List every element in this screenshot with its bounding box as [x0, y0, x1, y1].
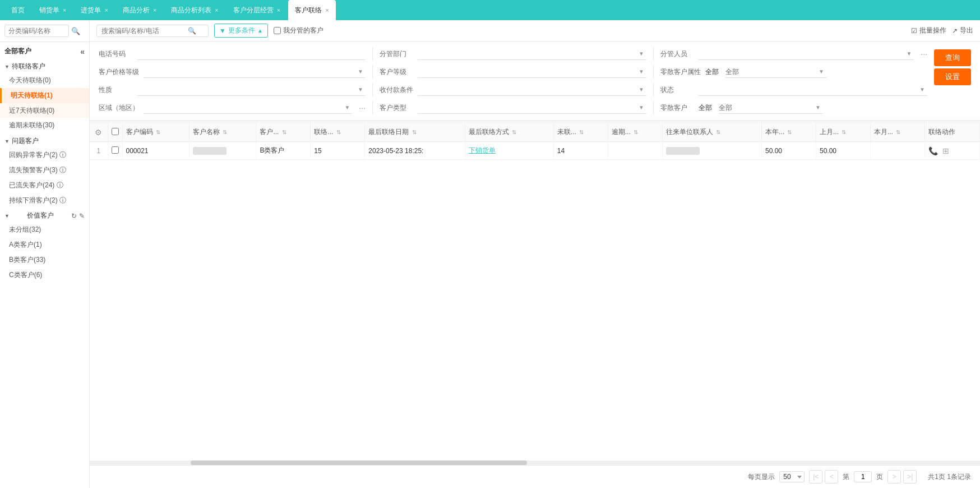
filter-manager-select[interactable]: [699, 48, 914, 59]
sidebar-group-pending[interactable]: 待联络客户: [0, 58, 89, 73]
action-grid-icon[interactable]: ⊞: [942, 146, 949, 155]
last-method-link[interactable]: 下销货单: [469, 146, 496, 154]
filter-dept: 分管部门 ▼: [380, 48, 646, 60]
nav-customer-tier[interactable]: 客户分层经营 ×: [226, 0, 287, 20]
per-page-select[interactable]: 50 100 200: [779, 471, 805, 482]
sidebar-item-tomorrow-pending[interactable]: 明天待联络(1): [0, 88, 89, 103]
value-customer-edit-icon[interactable]: ✎: [79, 212, 85, 220]
close-product-list-icon[interactable]: ×: [215, 7, 218, 13]
sidebar-group-value[interactable]: 价值客户 ↻ ✎: [0, 208, 89, 222]
sidebar-item-class-b[interactable]: B类客户(33): [0, 252, 89, 268]
export-btn[interactable]: ↗ 导出: [952, 26, 973, 35]
filter-region-select[interactable]: [144, 102, 352, 113]
sort-contact-person-icon[interactable]: ⇅: [716, 129, 720, 135]
col-last-method: 最后联络方式 ⇅: [465, 123, 553, 142]
sort-uncontacted-icon[interactable]: ⇅: [579, 129, 584, 135]
sort-last-date-icon[interactable]: ⇅: [412, 129, 417, 135]
nav-sales-order[interactable]: 销货单 ×: [33, 0, 73, 20]
sort-code-icon[interactable]: ⇅: [156, 129, 160, 135]
nav-product-analysis[interactable]: 商品分析 ×: [116, 0, 163, 20]
filter-more-arrow: ▲: [257, 27, 263, 34]
query-button[interactable]: 查询: [934, 49, 971, 66]
filter-buttons-area: 查询 设置: [934, 47, 971, 114]
filter-search-icon[interactable]: 🔍: [188, 27, 196, 35]
close-customer-contact-icon[interactable]: ×: [325, 7, 329, 13]
close-purchase-order-icon[interactable]: ×: [104, 7, 108, 13]
col-uncontacted: 未联... ⇅: [553, 123, 608, 142]
sidebar-item-churn-warning[interactable]: 流失预警客户(3) ⓘ: [0, 163, 89, 178]
col-this-year: 本年... ⇅: [762, 123, 816, 142]
col-overdue: 逾期... ⇅: [608, 123, 662, 142]
last-page-btn[interactable]: >|: [903, 470, 917, 484]
sidebar-all-customers-header[interactable]: 全部客户 «: [0, 42, 89, 58]
page-number-input[interactable]: [854, 471, 872, 482]
mine-checkbox-input[interactable]: [274, 27, 281, 34]
filter-mine-checkbox[interactable]: 我分管的客户: [274, 26, 323, 35]
close-product-analysis-icon[interactable]: ×: [153, 7, 156, 13]
sort-type-icon[interactable]: ⇅: [282, 129, 286, 135]
first-page-btn[interactable]: |<: [809, 470, 822, 484]
sort-last-month-icon[interactable]: ⇅: [842, 129, 846, 135]
select-all-checkbox[interactable]: [112, 128, 119, 135]
advanced-filter-content: 电话号码 分管部门 ▼ 分管人员: [99, 47, 971, 114]
row-name: [189, 142, 256, 160]
sort-overdue-icon[interactable]: ⇅: [634, 129, 638, 135]
prev-page-btn[interactable]: <: [825, 470, 838, 484]
next-page-btn[interactable]: >: [887, 470, 901, 484]
horizontal-scrollbar[interactable]: [90, 461, 980, 465]
batch-op-btn[interactable]: ☑ 批量操作: [911, 26, 946, 35]
filter-customer-type-select[interactable]: [418, 102, 646, 113]
sort-name-icon[interactable]: ⇅: [223, 129, 227, 135]
sidebar-item-declining[interactable]: 持续下滑客户(2) ⓘ: [0, 193, 89, 208]
sidebar-search-icon[interactable]: 🔍: [71, 27, 80, 35]
filter-retail-attr-select[interactable]: 全部: [725, 66, 826, 77]
sidebar-item-today-pending[interactable]: 今天待联络(0): [0, 73, 89, 88]
filter-more-btn[interactable]: ▼ 更多条件 ▲: [214, 24, 268, 38]
close-sales-order-icon[interactable]: ×: [63, 7, 66, 13]
filter-customer-level-select[interactable]: [418, 66, 646, 77]
row-checkbox[interactable]: [112, 146, 119, 154]
sidebar-item-class-a[interactable]: A类客户(1): [0, 237, 89, 252]
nav-product-analysis-list[interactable]: 商品分析列表 ×: [164, 0, 225, 20]
action-phone-icon[interactable]: 📞: [928, 146, 938, 155]
filter-phone-input[interactable]: [137, 48, 366, 60]
sidebar-item-repurchase-abnormal[interactable]: 回购异常客户(2) ⓘ: [0, 148, 89, 163]
value-customer-refresh-icon[interactable]: ↻: [71, 212, 77, 220]
col-name: 客户名称 ⇅: [189, 123, 256, 142]
sidebar-item-churned[interactable]: 已流失客户(24) ⓘ: [0, 178, 89, 193]
sidebar-collapse-icon[interactable]: «: [80, 47, 85, 56]
col-action: 联络动作: [924, 123, 979, 142]
region-dots-icon[interactable]: ···: [359, 103, 366, 112]
toolbar-right: ☑ 批量操作 ↗ 导出: [911, 26, 973, 35]
scrollbar-thumb[interactable]: [191, 461, 527, 465]
divider2: [653, 47, 654, 61]
filter-price-level-select[interactable]: [144, 66, 366, 77]
filter-nature-select[interactable]: [137, 84, 366, 95]
sort-this-year-icon[interactable]: ⇅: [787, 129, 792, 135]
nav-home[interactable]: 首页: [4, 0, 31, 20]
sort-contact-icon[interactable]: ⇅: [336, 129, 341, 135]
nav-purchase-order[interactable]: 进货单 ×: [74, 0, 114, 20]
table-gear-icon[interactable]: ⚙: [95, 128, 102, 137]
sort-this-month-icon[interactable]: ⇅: [896, 129, 900, 135]
customer-table: ⚙ 客户编码 ⇅ 客户名称 ⇅: [90, 123, 980, 160]
filter-search-input[interactable]: [101, 27, 186, 35]
manager-dots-icon[interactable]: ···: [921, 49, 927, 58]
close-customer-tier-icon[interactable]: ×: [277, 7, 280, 13]
nav-customer-contact[interactable]: 客户联络 ×: [288, 0, 335, 20]
filter-retail-customer-select[interactable]: 全部: [719, 102, 823, 113]
sidebar-item-class-c[interactable]: C类客户(6): [0, 268, 89, 283]
divider7: [372, 101, 373, 114]
filter-dept-select[interactable]: [418, 48, 646, 59]
sidebar-item-7day-pending[interactable]: 近7天待联络(0): [0, 103, 89, 118]
sidebar-item-overdue-pending[interactable]: 逾期未联络(30): [0, 118, 89, 133]
row-no: 1: [90, 142, 108, 160]
sort-last-method-icon[interactable]: ⇅: [512, 129, 516, 135]
sidebar-item-unclassified[interactable]: 未分组(32): [0, 222, 89, 237]
sidebar-search-input[interactable]: [4, 25, 69, 37]
sidebar-group-problem[interactable]: 问题客户: [0, 133, 89, 148]
setting-button[interactable]: 设置: [934, 68, 971, 85]
filter-payment-select[interactable]: [418, 84, 646, 95]
filter-status: 状态 ▼: [660, 84, 927, 96]
filter-status-select[interactable]: [699, 84, 927, 95]
